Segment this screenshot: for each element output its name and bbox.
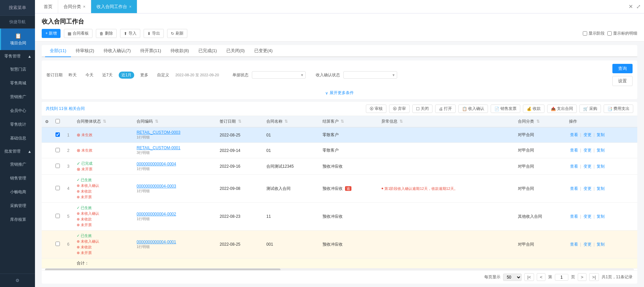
op-view-1[interactable]: 查看 <box>569 132 579 137</box>
date-btn-1month[interactable]: 近1月 <box>119 72 135 79</box>
row-checkbox-4[interactable] <box>55 186 60 190</box>
status-tab-all[interactable]: 全部(11) <box>45 45 71 57</box>
export-button[interactable]: ⬇ 导出 <box>144 29 164 38</box>
status-tab-closed[interactable]: 已关闭(0) <box>222 45 250 57</box>
op-copy-5[interactable]: 复制 <box>596 214 606 219</box>
refresh-button[interactable]: ↻ 刷新 <box>167 29 187 38</box>
payment-button[interactable]: 💰 收款 <box>523 105 544 113</box>
sidebar-item-marketing[interactable]: 营销推广 <box>0 90 35 104</box>
row-checkbox-3[interactable] <box>55 164 60 168</box>
op-copy-2[interactable]: 复制 <box>596 148 606 153</box>
op-view-4[interactable]: 查看 <box>569 186 579 191</box>
row-checkbox-5[interactable] <box>55 214 60 218</box>
maximize-icon[interactable]: ⤢ <box>636 3 641 10</box>
op-change-2[interactable]: 变更 <box>582 148 593 153</box>
sidebar-item-inventory[interactable]: 库存核算 <box>0 213 35 227</box>
query-button[interactable]: 查询 <box>612 64 633 73</box>
sidebar-item-retail-mgmt[interactable]: 零售管理 ▲ <box>0 50 35 63</box>
date-btn-more[interactable]: 更多 <box>138 72 151 79</box>
sidebar-item-purchase[interactable]: 采购管理 <box>0 199 35 213</box>
op-copy-4[interactable]: 复制 <box>596 186 606 191</box>
page-first-btn[interactable]: |< <box>524 273 534 281</box>
tab-close-income-workbench[interactable]: × <box>129 4 131 9</box>
status-tab-pending-payment[interactable]: 待收款(8) <box>166 45 194 57</box>
sidebar-item-member[interactable]: 会员中心 <box>0 104 35 118</box>
doc-status-select[interactable] <box>252 71 306 79</box>
op-view-3[interactable]: 查看 <box>569 164 579 169</box>
op-change-1[interactable]: 变更 <box>582 132 593 137</box>
sidebar-item-retail-mall[interactable]: 零售商城 <box>0 76 35 90</box>
abandon-button[interactable]: ⦿ 弃审 <box>389 105 410 113</box>
expense-out-button[interactable]: 📤 支出合同 <box>547 105 577 113</box>
set-button[interactable]: 设置 <box>612 76 633 86</box>
show-stage-checkbox[interactable]: 显示阶段 <box>583 31 605 36</box>
date-btn-today[interactable]: 今天 <box>83 72 96 79</box>
tab-close-contract-category[interactable]: × <box>83 4 85 9</box>
sidebar-item-smart-shop[interactable]: 智慧门店 <box>0 63 35 76</box>
page-number-input[interactable] <box>555 274 568 281</box>
contract-board-button[interactable]: ▦ 合同看板 <box>64 29 92 38</box>
tab-income-workbench[interactable]: 收入合同工作台 × <box>91 0 137 13</box>
print-button[interactable]: 🖨 打开 <box>435 105 456 113</box>
sidebar-search[interactable]: 搜索菜单 <box>0 0 35 16</box>
purchase-button[interactable]: 🛒 采购 <box>579 105 601 113</box>
scrollbar-thumb[interactable] <box>45 269 280 270</box>
op-copy-6[interactable]: 复制 <box>596 242 606 247</box>
col-settings[interactable]: ⚙ <box>42 116 52 127</box>
expand-more-button[interactable]: ∨ 展开更多条件 <box>325 90 354 96</box>
review-button[interactable]: ⦿ 审核 <box>366 105 386 113</box>
sidebar-nav[interactable]: 快捷导航 <box>0 16 35 29</box>
sales-invoice-button[interactable]: 📄 销售发票 <box>491 105 520 113</box>
status-tab-pending-invoice[interactable]: 待开票(11) <box>136 45 166 57</box>
row-checkbox-1[interactable] <box>55 132 60 137</box>
close-button[interactable]: ☐ 关闭 <box>412 105 432 113</box>
op-copy-3[interactable]: 复制 <box>596 164 606 169</box>
op-change-3[interactable]: 变更 <box>582 164 593 169</box>
show-detail-input[interactable] <box>607 31 612 36</box>
sidebar-item-marketing2[interactable]: 营销推广 <box>0 158 35 171</box>
status-tab-pending-review[interactable]: 待审核(2) <box>71 45 99 57</box>
income-confirm-button[interactable]: 📋 收入确认 <box>458 105 488 113</box>
delete-button[interactable]: 🗑 删除 <box>96 29 117 38</box>
horizontal-scrollbar[interactable] <box>45 269 634 270</box>
sidebar-item-batch-mgmt[interactable]: 批发管理 ▲ <box>0 145 35 158</box>
op-view-5[interactable]: 查看 <box>569 214 579 219</box>
date-btn-yesterday[interactable]: 昨天 <box>66 72 79 79</box>
import-button[interactable]: ⬆ 导入 <box>120 29 140 38</box>
close-all-icon[interactable]: ✕ <box>629 3 633 10</box>
page-prev-btn[interactable]: < <box>537 273 545 281</box>
tab-home[interactable]: 首页 <box>38 0 58 13</box>
sidebar-item-xiaochang[interactable]: 小畅电商 <box>0 185 35 199</box>
date-btn-custom[interactable]: 自定义 <box>154 72 172 79</box>
date-btn-7days[interactable]: 近7天 <box>100 72 115 79</box>
op-change-5[interactable]: 变更 <box>582 214 593 219</box>
op-view-6[interactable]: 查看 <box>569 242 579 247</box>
income-confirm-select[interactable] <box>343 71 397 79</box>
op-view-2[interactable]: 查看 <box>569 148 579 153</box>
sidebar-item-retail-stat[interactable]: 零售统计 <box>0 118 35 131</box>
op-change-6[interactable]: 变更 <box>582 242 593 247</box>
new-button[interactable]: + 新增 <box>42 29 61 38</box>
select-all-checkbox[interactable] <box>55 119 60 123</box>
page-last-btn[interactable]: >| <box>589 273 599 281</box>
contract-code-link-2[interactable]: RETAIL_CUSTOM-0001 <box>137 146 180 150</box>
sidebar-settings[interactable]: ⚙ <box>0 274 35 287</box>
sidebar-item-basic-info[interactable]: 基础信息 <box>0 131 35 145</box>
tab-contract-category[interactable]: 合同分类 × <box>58 0 91 13</box>
row-checkbox-2[interactable] <box>55 148 60 152</box>
op-copy-1[interactable]: 复制 <box>596 132 606 137</box>
page-size-select[interactable]: 50 100 <box>503 274 522 281</box>
show-stage-input[interactable] <box>583 31 587 36</box>
status-tab-completed[interactable]: 已完成(1) <box>194 45 222 57</box>
row-checkbox-6[interactable] <box>55 242 60 246</box>
contract-code-link-4[interactable]: 0000000000004-0003 <box>137 184 176 189</box>
sidebar-item-project[interactable]: 📋 项目合同 <box>0 29 35 50</box>
sidebar-item-sales-mgmt[interactable]: 销售管理 <box>0 171 35 185</box>
expense-pay-button[interactable]: 📑 费用支出 <box>604 105 633 113</box>
page-next-btn[interactable]: > <box>578 273 586 281</box>
op-change-4[interactable]: 变更 <box>582 186 593 191</box>
contract-code-link-6[interactable]: 0000000000004-0001 <box>137 240 176 244</box>
show-detail-checkbox[interactable]: 显示标的明细 <box>607 31 637 36</box>
contract-code-link-5[interactable]: 0000000000004-0002 <box>137 212 176 216</box>
status-tab-changed[interactable]: 已变更(4) <box>250 45 277 57</box>
